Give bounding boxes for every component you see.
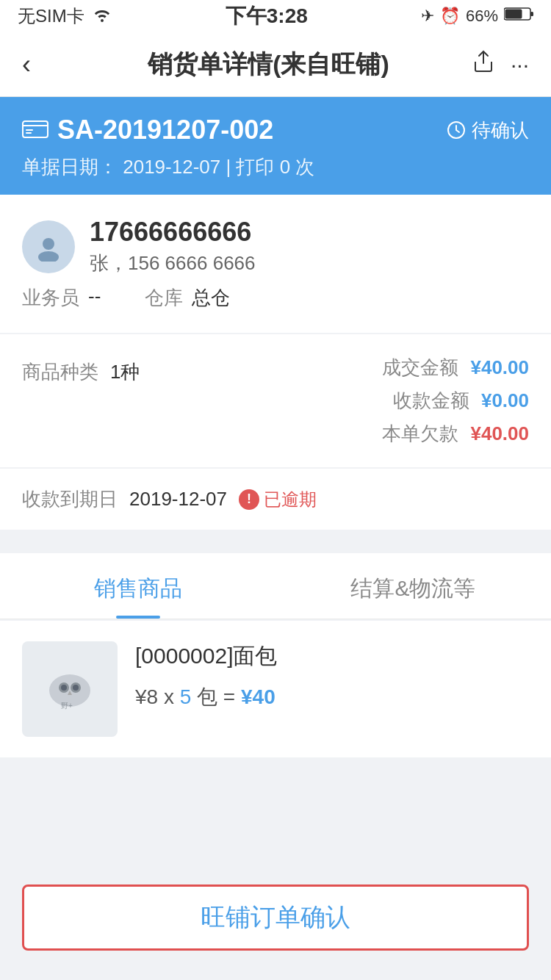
svg-rect-4: [26, 129, 33, 131]
amount-value: ¥40.00: [470, 356, 529, 379]
status-time: 下午3:28: [226, 2, 308, 30]
due-date: 2019-12-07: [129, 488, 227, 511]
tab-settlement[interactable]: 结算&物流等: [276, 553, 551, 619]
product-name: [0000002]面包: [135, 641, 529, 671]
due-label: 收款到期日: [22, 486, 118, 512]
overdue-text: 已逾期: [264, 488, 317, 511]
nav-bar: ‹ 销货单详情(来自旺铺) ···: [0, 32, 551, 97]
customer-avatar: [22, 220, 75, 273]
nav-actions: ···: [471, 49, 529, 79]
carrier-text: 无SIM卡: [18, 4, 84, 28]
svg-rect-2: [530, 12, 533, 16]
warehouse-label: 仓库: [145, 285, 183, 311]
section-divider: [0, 541, 551, 553]
order-status: 待确认: [447, 118, 529, 143]
svg-point-8: [38, 251, 59, 262]
product-total: ¥40: [241, 685, 276, 708]
battery-text: 66%: [466, 7, 498, 26]
amount-label: 成交金额: [382, 355, 458, 381]
location-icon: ✈: [421, 7, 434, 26]
product-qty: 5: [180, 685, 192, 708]
type-label: 商品种类: [22, 359, 98, 385]
customer-name: 张，156 6666 6666: [90, 251, 256, 276]
summary-section: 商品种类 1种 成交金额 ¥40.00 收款金额 ¥0.00 本单欠款 ¥40.…: [0, 334, 551, 467]
status-right: ✈ ⏰ 66%: [421, 7, 533, 26]
customer-section: 17666666666 张，156 6666 6666 业务员 -- 仓库 总仓: [0, 195, 551, 333]
bottom-bar: 旺铺订单确认: [0, 870, 551, 980]
status-left: 无SIM卡: [18, 4, 112, 28]
customer-meta: 业务员 -- 仓库 总仓: [22, 285, 529, 311]
order-id-text: SA-20191207-002: [57, 115, 273, 145]
svg-point-12: [61, 685, 67, 691]
product-thumbnail: 野+: [22, 641, 118, 737]
product-item: 野+ [0000002]面包 ¥8 x 5 包 = ¥40: [0, 621, 551, 757]
tabs-row: 销售商品 结算&物流等: [0, 553, 551, 619]
customer-phone: 17666666666: [90, 217, 256, 248]
back-button[interactable]: ‹: [22, 49, 66, 80]
received-value: ¥0.00: [481, 389, 529, 412]
sales-label: 业务员: [22, 285, 79, 311]
overdue-icon: !: [239, 489, 259, 510]
due-date-section: 收款到期日 2019-12-07 ! 已逾期: [0, 469, 551, 530]
product-price: ¥8 x 5 包 = ¥40: [135, 683, 529, 711]
order-header: SA-20191207-002 待确认 单据日期： 2019-12-07 | 打…: [0, 97, 551, 195]
warehouse-value: 总仓: [192, 285, 230, 311]
tab-sales-products[interactable]: 销售商品: [0, 553, 276, 619]
sales-value: --: [88, 285, 101, 311]
received-label: 收款金额: [393, 388, 469, 414]
type-value: 1种: [110, 359, 140, 385]
more-icon[interactable]: ···: [511, 52, 529, 77]
svg-point-7: [43, 238, 54, 250]
overdue-badge: ! 已逾期: [239, 488, 317, 511]
order-date: 单据日期： 2019-12-07 | 打印 0 次: [22, 154, 529, 180]
owed-value: ¥40.00: [470, 422, 529, 445]
alarm-icon: ⏰: [440, 7, 460, 26]
order-id-row: SA-20191207-002: [22, 115, 273, 145]
tabs-section: 销售商品 结算&物流等: [0, 553, 551, 619]
page-title: 销货单详情(来自旺铺): [148, 48, 389, 82]
product-details: [0000002]面包 ¥8 x 5 包 = ¥40: [135, 641, 529, 711]
owed-label: 本单欠款: [382, 421, 458, 447]
confirm-button[interactable]: 旺铺订单确认: [22, 884, 529, 951]
order-id-icon: [22, 115, 48, 145]
status-text: 待确认: [472, 118, 529, 143]
svg-rect-1: [505, 10, 522, 19]
svg-rect-5: [26, 132, 32, 134]
battery-icon: [504, 7, 533, 26]
wifi-icon: [92, 6, 112, 26]
svg-point-13: [73, 685, 79, 691]
share-icon[interactable]: [471, 49, 496, 79]
status-bar: 无SIM卡 下午3:28 ✈ ⏰ 66%: [0, 0, 551, 32]
svg-text:野+: 野+: [61, 702, 73, 710]
